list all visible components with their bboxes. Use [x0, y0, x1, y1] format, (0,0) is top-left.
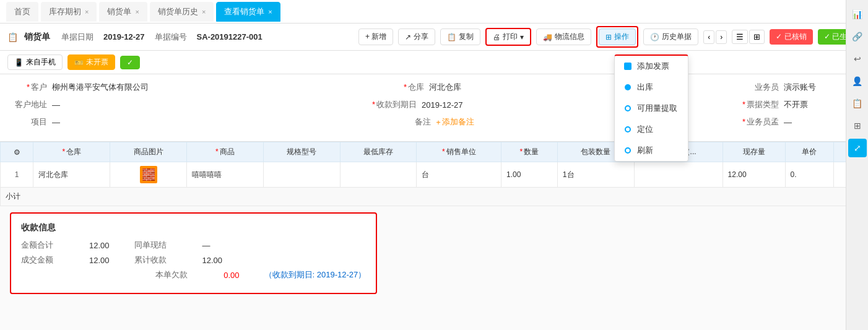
- row-image: 🧱: [110, 162, 187, 188]
- tab-view-sales-label: 查看销货单: [224, 6, 264, 17]
- grid-view-button[interactable]: ⊞: [749, 30, 765, 44]
- prev-button[interactable]: ‹: [703, 30, 714, 44]
- dropdown-add-invoice[interactable]: 添加发票: [615, 56, 688, 77]
- ticket-icon: 🎫: [74, 58, 84, 67]
- col-gear: ⚙: [1, 142, 33, 162]
- history-icon: 🕐: [650, 33, 659, 41]
- nav-arrows: ‹ ›: [703, 30, 727, 44]
- available-extract-label: 可用量提取: [637, 103, 677, 114]
- tab-sales-history[interactable]: 销货单历史 ×: [150, 2, 214, 22]
- tab-home-label: 首页: [14, 6, 30, 17]
- tab-sales[interactable]: 销货单 ×: [99, 2, 147, 22]
- toolbar-actions: + 新增 ↗ 分享 📋 复制 🖨 打印 ▾ 🚚 物流信息 ⊞ 操作: [358, 26, 861, 48]
- dropdown-outbound[interactable]: 出库: [615, 77, 688, 98]
- not-opened-button[interactable]: 🎫 未开票: [67, 54, 115, 70]
- same-order-label: 同单现结: [134, 240, 178, 251]
- print-dropdown-icon: ▾: [520, 33, 524, 41]
- doc-number-label: 单据编号: [155, 32, 187, 43]
- sidebar-icon-4[interactable]: 👤: [848, 72, 867, 90]
- list-view-button[interactable]: ☰: [732, 30, 748, 44]
- share-button[interactable]: ↗ 分享: [398, 28, 435, 45]
- note-label: 备注: [394, 116, 431, 128]
- row-price: 0.: [785, 162, 833, 188]
- product-table: ⚙ *仓库 商品图片 *商品 规格型号 最低库存 *销售单位 *数量 包装数量 …: [0, 142, 868, 206]
- add-invoice-label: 添加发票: [637, 61, 669, 72]
- sidebar-icon-3[interactable]: ↩: [848, 50, 867, 68]
- col-warehouse: *仓库: [33, 142, 110, 162]
- sidebar-icon-1[interactable]: 📊: [848, 5, 867, 24]
- sidebar-icon-5[interactable]: 📋: [848, 94, 867, 113]
- row-available: [634, 162, 723, 188]
- add-button[interactable]: + 新增: [358, 28, 393, 45]
- doc-icon: 📋: [7, 32, 18, 42]
- col-product: *商品: [187, 142, 264, 162]
- subtotal-row: 小计: [1, 188, 868, 206]
- tab-inventory-close[interactable]: ×: [85, 8, 89, 15]
- cancelled-button[interactable]: ✓ 已核销: [770, 29, 812, 45]
- tab-sales-close[interactable]: ×: [135, 8, 139, 15]
- tab-sales-history-close[interactable]: ×: [202, 8, 206, 15]
- confirm-button[interactable]: ✓: [120, 56, 140, 69]
- share-label: 分享: [414, 32, 428, 42]
- logistics-button[interactable]: 🚚 物流信息: [536, 28, 591, 45]
- tab-bar: 首页 库存期初 × 销货单 × 销货单历史 × 查看销货单 × ×: [0, 0, 868, 24]
- customer-label: 客户: [10, 82, 47, 93]
- col-price: 单价: [785, 142, 833, 162]
- tab-sales-history-label: 销货单历史: [158, 6, 198, 17]
- sidebar-icon-2[interactable]: 🔗: [848, 27, 867, 46]
- action-row: 📱 来自手机 🎫 未开票 ✓: [0, 51, 868, 74]
- operation-button-wrapper: ⊞ 操作: [596, 26, 638, 48]
- due-note: （收款到期日: 2019-12-27）: [264, 269, 367, 280]
- next-button[interactable]: ›: [716, 30, 727, 44]
- doc-meta: 单据日期 2019-12-27 单据编号 SA-20191227-001: [61, 32, 263, 43]
- copy-button[interactable]: 📋 复制: [440, 28, 480, 45]
- table-container: ⚙ *仓库 商品图片 *商品 规格型号 最低库存 *销售单位 *数量 包装数量 …: [0, 142, 868, 206]
- tab-view-sales-close[interactable]: ×: [268, 8, 272, 15]
- operation-label: 操作: [614, 32, 629, 42]
- print-button[interactable]: 🖨 打印 ▾: [485, 28, 531, 46]
- row-qty: 1.00: [501, 162, 558, 188]
- operation-icon: ⊞: [605, 33, 612, 41]
- row-min-stock: [340, 162, 417, 188]
- history-label: 历史单据: [662, 32, 692, 42]
- transaction-value: 12.00: [89, 256, 110, 265]
- payment-box: 收款信息 金额合计 12.00 同单现结 — 成交金额 12.00 累计收款 1…: [10, 212, 377, 294]
- form-row-3: 项目 — 备注 添加备注 业务员孟 —: [10, 116, 858, 128]
- amount-label: 金额合计: [21, 240, 64, 251]
- sidebar-icon-6[interactable]: ⊞: [848, 116, 867, 135]
- dropdown-refresh[interactable]: 刷新: [615, 140, 688, 161]
- col-unit: *销售单位: [417, 142, 501, 162]
- customer-value: 柳州粤港平安气体有限公司: [52, 82, 149, 93]
- add-note-button[interactable]: 添加备注: [436, 116, 474, 128]
- payment-row-3: placeholder placeholder 本单欠款 0.00 （收款到期日…: [21, 269, 366, 280]
- col-min-stock: 最低库存: [340, 142, 417, 162]
- col-current-stock: 现存量: [723, 142, 785, 162]
- due-value: 0.00: [224, 271, 239, 280]
- same-order-value: —: [202, 241, 210, 250]
- row-spec: [263, 162, 340, 188]
- tab-inventory[interactable]: 库存期初 ×: [41, 2, 97, 22]
- row-pack-qty: 1台: [557, 162, 634, 188]
- dropdown-locate[interactable]: 定位: [615, 119, 688, 140]
- row-unit: 台: [417, 162, 501, 188]
- operation-button[interactable]: ⊞ 操作: [599, 28, 636, 45]
- confirm-icon: ✓: [127, 58, 133, 67]
- history-button[interactable]: 🕐 历史单据: [643, 28, 698, 45]
- subtotal-label: 小计: [1, 188, 868, 206]
- content-area: 收款信息 金额合计 12.00 同单现结 — 成交金额 12.00 累计收款 1…: [0, 206, 868, 305]
- dropdown-available-extract[interactable]: 可用量提取: [615, 98, 688, 119]
- tab-view-sales[interactable]: 查看销货单 ×: [216, 2, 280, 22]
- tab-home[interactable]: 首页: [6, 2, 38, 22]
- col-image: 商品图片: [110, 142, 187, 162]
- from-phone-button[interactable]: 📱 来自手机: [7, 54, 63, 70]
- address-label: 客户地址: [10, 99, 47, 110]
- ticket-label: 票据类型: [742, 99, 779, 110]
- not-opened-label: 未开票: [86, 57, 108, 67]
- refresh-icon: [623, 146, 632, 155]
- row-current-stock: 12.00: [723, 162, 785, 188]
- locate-icon: [623, 125, 632, 134]
- project-label: 项目: [10, 116, 47, 128]
- sidebar-expand-button[interactable]: ⤢: [848, 139, 867, 157]
- outbound-icon: [623, 83, 632, 92]
- add-invoice-icon: [623, 62, 632, 71]
